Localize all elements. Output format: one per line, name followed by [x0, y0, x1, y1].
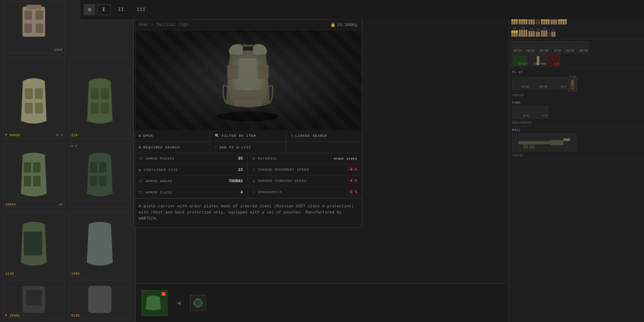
item-slot[interactable]: 0/10 — [512, 77, 530, 90]
svg-rect-7 — [35, 88, 43, 99]
tab-bar: ⊞ I II III — [80, 0, 644, 19]
add-to-wlist-button[interactable]: ♡ ADD TO W-LIST — [210, 142, 286, 153]
action-buttons-row2: ⚙ REQUIRED SEARCH ♡ ADD TO W-LIST — [134, 142, 362, 153]
ammo-group: 12 — [551, 28, 555, 37]
tab-1[interactable]: I — [97, 4, 111, 15]
weapon-m4-slots — [510, 133, 642, 152]
svg-rect-35 — [242, 45, 254, 47]
svg-rect-44 — [564, 138, 570, 141]
open-label: OPEN — [143, 134, 153, 138]
grid-view-button[interactable]: ⊞ — [84, 4, 95, 15]
filter-label: FILTER BY ITEM — [222, 134, 256, 138]
weapon-name-1: PL-15 — [510, 70, 524, 75]
svg-rect-10 — [91, 88, 99, 99]
svg-rect-3 — [24, 24, 32, 33]
item-slot[interactable]: 30/30 — [531, 77, 548, 90]
svg-rect-12 — [91, 103, 99, 114]
list-item[interactable]: ≡ 5 — [69, 143, 130, 208]
item-price: 1139 — [5, 272, 14, 276]
caliber-2: 556x45NATO — [510, 121, 533, 125]
shield-icon: 🛡 — [139, 157, 143, 161]
left-inventory-panel: 1900 P 56660 ≡ 3 219 — [0, 0, 135, 322]
svg-rect-9 — [35, 103, 43, 114]
armor-areas-label: 🛡 ARMOR AREAS — [139, 179, 172, 184]
linked-icon: ⚇ — [291, 134, 294, 138]
item-slot[interactable]: 29/30 — [537, 41, 549, 53]
filter-by-item-button[interactable]: 🔍 FILTER BY ITEM — [210, 130, 286, 141]
svg-rect-14 — [24, 162, 31, 173]
tab-2[interactable]: II — [112, 4, 129, 15]
weapon-slot-large[interactable] — [512, 134, 576, 151]
ammo-group: 20 — [536, 28, 540, 37]
armor-points-value: 85 — [238, 156, 243, 161]
item-slot[interactable]: 20/20 — [524, 41, 536, 53]
item-price: 1860 — [71, 272, 80, 276]
item-slot[interactable]: 30/30 — [563, 41, 575, 53]
required-search-button[interactable]: ⚙ REQUIRED SEARCH — [134, 142, 210, 153]
weapon-section-1: PL-15 0/10 30/30 2/2 7/16 7 — [509, 69, 644, 99]
nav-arrow-button[interactable]: ◀ — [174, 295, 184, 311]
open-button[interactable]: ⊡ OPEN — [134, 130, 210, 141]
item-slot[interactable]: 30/30 — [576, 41, 589, 53]
svg-rect-41 — [570, 86, 575, 90]
ammo-group: 50 — [511, 27, 518, 37]
svg-rect-15 — [33, 162, 41, 173]
required-icon: ⚙ — [139, 145, 141, 149]
list-item[interactable]: 1900 — [3, 2, 64, 53]
weapon-name-para: PARA — [510, 100, 522, 105]
container-size-label: ⊞ CONTAINER SIZE — [139, 168, 178, 172]
list-item[interactable]: P 56660 ≡ 3 — [3, 58, 64, 138]
svg-rect-42 — [518, 141, 551, 144]
list-item[interactable]: 219 — [69, 58, 130, 138]
movement-speed-value: -8 % — [348, 167, 357, 172]
linked-label: LINKED SEARCH — [295, 134, 327, 138]
item-slot[interactable]: 17/17 — [510, 54, 528, 67]
item-slot[interactable]: 2/2 — [549, 77, 567, 90]
item-image-area — [134, 30, 362, 130]
item-slot-red[interactable]: 1/4 — [548, 54, 560, 67]
item-slot[interactable]: 249/300 — [529, 54, 547, 67]
ergo-icon: ↕ — [253, 190, 255, 194]
grid-icon: ⊞ — [139, 168, 141, 172]
ergonomics-value: -5 % — [348, 190, 357, 194]
list-item[interactable]: 1139 — [3, 213, 64, 277]
armor-class-row: 🛡 ARMOR CLASS 4 — [134, 187, 248, 198]
linked-search-button[interactable]: ⚇ LINKED SEARCH — [286, 130, 362, 141]
svg-rect-20 — [90, 176, 97, 186]
svg-rect-45 — [523, 144, 528, 149]
magazine-section: 20/20 20/20 29/30 0/30 30/30 30/30 17/17 — [509, 40, 644, 69]
list-item[interactable]: 15044 19 — [3, 143, 64, 208]
movement-speed-row: ↕ CHANGE MOVEMENT SPEED -8 % — [248, 164, 362, 175]
list-item[interactable]: 1860 — [69, 213, 130, 277]
item-price: P 56660 — [5, 133, 20, 137]
armor-class-value: 4 — [241, 190, 243, 195]
ammo-group: 30 — [528, 28, 535, 37]
material-icon: ⊟ — [253, 156, 255, 161]
weapon-section-m4: M4A1 762x51 — [509, 127, 644, 159]
target-button[interactable] — [190, 295, 206, 311]
required-label: REQUIRED SEARCH — [143, 146, 180, 149]
turning-speed-value: -4 % — [348, 179, 357, 183]
ammo-group: 30 — [541, 27, 547, 37]
turning-speed-label: ↺ CHANGE TURNING SPEED — [253, 179, 307, 183]
list-item[interactable]: 6138 — [69, 280, 130, 319]
item-price: P 29381 — [5, 314, 20, 317]
tab-3[interactable]: III — [131, 4, 151, 15]
svg-rect-17 — [33, 176, 41, 186]
item-slot[interactable]: 5/5 — [531, 106, 548, 118]
wlist-icon: ♡ — [215, 145, 217, 149]
armor-class-label: 🛡 ARMOR CLASS — [139, 191, 172, 195]
ammo-row-2: 50 50 30 — [510, 25, 642, 38]
armor-points-label: 🛡 ARMOR POINTS — [139, 157, 175, 161]
item-slot[interactable]: 5/5 — [512, 106, 530, 118]
armor-points-row: 🛡 ARMOR POINTS 85 — [134, 153, 248, 165]
movement-icon: ↕ — [253, 168, 255, 172]
item-slot[interactable]: 20/20 — [510, 41, 523, 53]
svg-point-50 — [197, 302, 199, 304]
item-slot[interactable]: 0/30 — [550, 41, 562, 53]
svg-rect-19 — [99, 162, 107, 173]
list-item[interactable]: P 29381 — [3, 280, 64, 319]
bottom-area: ◀ — [135, 283, 509, 322]
item-detail-popup: 🔍 ✕ Gear > Tactical rigs 🔒 10.300Kg — [134, 5, 362, 227]
bottom-item-vest[interactable] — [142, 290, 167, 316]
